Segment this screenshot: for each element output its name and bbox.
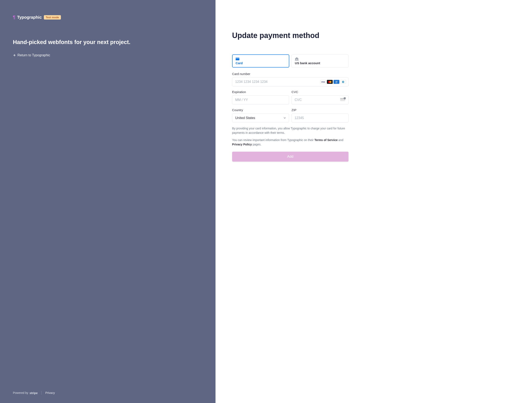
tab-bank-label: US bank account bbox=[295, 61, 345, 65]
svg-rect-6 bbox=[295, 60, 299, 60]
svg-rect-2 bbox=[295, 59, 296, 60]
brand-name: Typographic bbox=[17, 15, 42, 20]
bank-icon bbox=[295, 57, 345, 60]
privacy-link[interactable]: Privacy bbox=[45, 391, 55, 395]
svg-text:135: 135 bbox=[344, 98, 346, 99]
diners-icon bbox=[340, 80, 346, 84]
powered-by-label: Powered by bbox=[13, 391, 28, 395]
return-link-label: Return to Typographic bbox=[18, 53, 50, 57]
expiration-label: Expiration bbox=[232, 90, 289, 94]
credit-card-icon bbox=[236, 57, 286, 60]
cvc-label: CVC bbox=[291, 90, 348, 94]
svg-rect-5 bbox=[298, 59, 298, 60]
amex-icon: AMEX bbox=[334, 80, 339, 84]
svg-rect-1 bbox=[236, 58, 239, 59]
cvc-card-icon: 135 bbox=[340, 97, 346, 102]
card-brand-icons: VISA AMEX bbox=[320, 80, 346, 84]
zip-input[interactable] bbox=[291, 113, 348, 123]
return-link[interactable]: Return to Typographic bbox=[13, 53, 203, 57]
tagline: Hand-picked webfonts for your next proje… bbox=[13, 39, 203, 46]
svg-rect-3 bbox=[296, 59, 296, 60]
country-label: Country bbox=[232, 108, 289, 112]
payment-method-tabs: Card US bank account bbox=[232, 54, 348, 68]
card-number-label: Card number bbox=[232, 72, 348, 76]
page-title: Update payment method bbox=[232, 31, 348, 40]
test-mode-badge: Test mode bbox=[44, 15, 61, 19]
legal-review: You can review important information fro… bbox=[232, 138, 348, 147]
stripe-logo: stripe bbox=[30, 391, 38, 395]
cvc-input[interactable] bbox=[291, 95, 348, 105]
privacy-policy-link[interactable]: Privacy Policy bbox=[232, 143, 252, 146]
pilcrow-icon: ¶ bbox=[13, 14, 15, 20]
zip-label: ZIP bbox=[291, 108, 348, 112]
tab-bank[interactable]: US bank account bbox=[291, 54, 348, 68]
arrow-left-icon bbox=[13, 54, 16, 57]
legal-disclaimer: By providing your card information, you … bbox=[232, 126, 348, 135]
country-select[interactable]: United States bbox=[232, 113, 289, 122]
tab-card-label: Card bbox=[236, 61, 286, 65]
sidebar: ¶ Typographic Test mode Hand-picked webf… bbox=[0, 0, 215, 403]
mastercard-icon bbox=[327, 80, 333, 84]
sidebar-footer: Powered by stripe Privacy bbox=[13, 391, 203, 395]
add-button[interactable]: Add bbox=[232, 152, 348, 162]
footer-divider bbox=[41, 391, 42, 395]
svg-point-8 bbox=[342, 82, 343, 82]
brand-row: ¶ Typographic Test mode bbox=[13, 14, 203, 20]
expiration-input[interactable] bbox=[232, 95, 289, 105]
main-content: Update payment method Card bbox=[215, 0, 369, 403]
visa-icon: VISA bbox=[320, 80, 326, 84]
terms-of-service-link[interactable]: Terms of Service bbox=[314, 138, 338, 142]
powered-by[interactable]: Powered by stripe bbox=[13, 391, 38, 395]
svg-rect-0 bbox=[236, 58, 239, 60]
svg-rect-4 bbox=[297, 59, 298, 60]
tab-card[interactable]: Card bbox=[232, 54, 289, 68]
